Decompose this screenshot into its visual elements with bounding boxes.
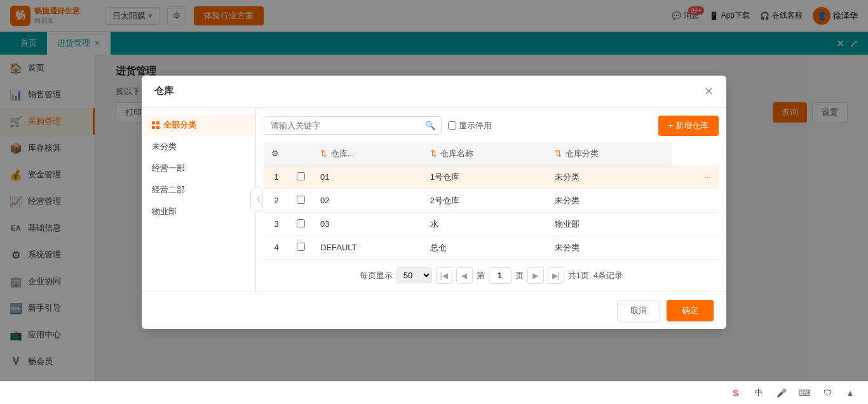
show-disabled-label[interactable]: 显示停用 [448, 120, 492, 131]
modal-body: 全部分类 未分类 经营一部 经营二部 物业部 《 🔍 [142, 108, 726, 292]
row-more-4[interactable] [672, 236, 719, 259]
sort-icon3: ⇅ [555, 149, 562, 158]
bottom-bar: S 中 🎤 ⌨ 🛡 ▲ [0, 381, 868, 404]
row-code-2: 02 [313, 189, 423, 212]
modal-header: 仓库 ✕ [142, 76, 726, 108]
warehouse-table: ⚙ ⇅ 仓库... ⇅ 仓库名称 [264, 142, 719, 260]
page-size-select[interactable]: 50 20 100 [397, 267, 432, 283]
row-check-3[interactable] [289, 212, 313, 236]
table-row[interactable]: 3 03 水 物业部 [264, 212, 719, 236]
row-more-3[interactable] [672, 212, 719, 236]
row-code-1: 01 [313, 165, 423, 189]
first-page-button[interactable]: |◀ [436, 267, 452, 284]
row-category-2: 未分类 [547, 189, 672, 212]
row-name-3: 水 [423, 212, 547, 236]
row-category-4: 未分类 [547, 236, 672, 259]
table-header: ⚙ ⇅ 仓库... ⇅ 仓库名称 [264, 142, 719, 166]
row-name-1: 1号仓库 [423, 165, 547, 189]
chinese-input-icon[interactable]: 中 [751, 386, 766, 401]
row-more-2[interactable] [672, 189, 719, 212]
page-label: 第 [477, 270, 485, 281]
keyboard-icon[interactable]: ⌨ [797, 386, 812, 401]
modal-footer: 取消 确定 [142, 292, 726, 329]
th-category: ⇅ 仓库分类 [547, 142, 672, 166]
modal-close-button[interactable]: ✕ [704, 84, 714, 98]
table-row[interactable]: 2 02 2号仓库 未分类 [264, 189, 719, 212]
row-name-4: 总仓 [423, 236, 547, 259]
category-panel: 全部分类 未分类 经营一部 经营二部 物业部 《 [142, 108, 256, 292]
row-num-2: 2 [264, 189, 289, 212]
pagination: 每页显示 50 20 100 |◀ ◀ 第 页 ▶ ▶| 共1页, 4条记录 [264, 267, 719, 284]
last-page-button[interactable]: ▶| [548, 267, 564, 284]
brand-bottom-icon: S [728, 386, 743, 401]
page-unit: 页 [515, 270, 524, 281]
category-item-dept1[interactable]: 经营一部 [142, 158, 255, 179]
warehouse-modal: 仓库 ✕ 全部分类 未分类 经营一部 经营二部 物业部 [142, 76, 726, 329]
category-item-property[interactable]: 物业部 [142, 201, 255, 222]
row-more-1[interactable]: ··· [672, 165, 719, 189]
row-check-4[interactable] [289, 236, 313, 259]
table-toolbar: 🔍 显示停用 + 新增仓库 [264, 116, 719, 136]
row-name-2: 2号仓库 [423, 189, 547, 212]
table-panel: 🔍 显示停用 + 新增仓库 ⚙ [256, 108, 726, 292]
table-row[interactable]: 1 01 1号仓库 未分类 ··· [264, 165, 719, 189]
cancel-button[interactable]: 取消 [617, 300, 660, 321]
row-check-2[interactable] [289, 189, 313, 212]
category-all-item[interactable]: 全部分类 [142, 114, 255, 136]
confirm-button[interactable]: 确定 [667, 300, 714, 321]
th-settings: ⚙ [264, 142, 289, 166]
sort-icon2: ⇅ [430, 149, 437, 158]
collapse-category-button[interactable]: 《 [250, 187, 263, 212]
table-container: ⚙ ⇅ 仓库... ⇅ 仓库名称 [264, 142, 719, 260]
add-warehouse-button[interactable]: + 新增仓库 [658, 116, 719, 136]
table-row[interactable]: 4 DEFAULT 总仓 未分类 [264, 236, 719, 259]
show-disabled-checkbox[interactable] [448, 121, 456, 130]
modal-overlay: 仓库 ✕ 全部分类 未分类 经营一部 经营二部 物业部 [0, 0, 868, 404]
row-category-1: 未分类 [547, 165, 672, 189]
row-num-4: 4 [264, 236, 289, 259]
row-num-3: 3 [264, 212, 289, 236]
category-item-unclassified[interactable]: 未分类 [142, 136, 255, 158]
modal-title: 仓库 [154, 85, 173, 97]
category-item-dept2[interactable]: 经营二部 [142, 179, 255, 201]
sort-icon: ⇅ [320, 149, 327, 158]
row-num-1: 1 [264, 165, 289, 189]
th-code: ⇅ 仓库... [313, 142, 423, 166]
search-button[interactable]: 🔍 [420, 117, 441, 134]
th-name: ⇅ 仓库名称 [423, 142, 547, 166]
prev-page-button[interactable]: ◀ [456, 267, 473, 284]
th-checkbox [289, 142, 313, 166]
arrow-up-icon[interactable]: ▲ [843, 386, 858, 401]
next-page-button[interactable]: ▶ [527, 267, 544, 284]
row-check-1[interactable] [289, 165, 313, 189]
row-category-3: 物业部 [547, 212, 672, 236]
table-body: 1 01 1号仓库 未分类 ··· 2 02 2 [264, 165, 719, 259]
row-code-3: 03 [313, 212, 423, 236]
grid-icon [152, 121, 159, 129]
row-code-4: DEFAULT [313, 236, 423, 259]
mic-icon[interactable]: 🎤 [774, 386, 789, 401]
page-number-input[interactable] [489, 267, 512, 284]
security-icon[interactable]: 🛡 [820, 386, 835, 401]
search-box: 🔍 [264, 116, 442, 135]
search-input[interactable] [264, 117, 420, 134]
